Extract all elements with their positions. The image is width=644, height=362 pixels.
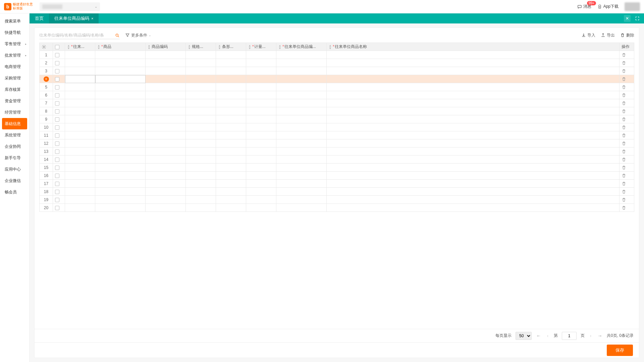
row-checkbox[interactable]: [53, 172, 65, 180]
cell[interactable]: [146, 107, 186, 115]
cell[interactable]: [146, 204, 186, 212]
cell[interactable]: [146, 115, 186, 123]
cell[interactable]: [95, 59, 146, 67]
row-delete[interactable]: [620, 196, 634, 204]
org-selector[interactable]: ⌄: [40, 2, 100, 11]
cell[interactable]: [146, 75, 186, 83]
row-delete[interactable]: [620, 204, 634, 212]
cell[interactable]: [276, 59, 327, 67]
cell[interactable]: [246, 91, 276, 99]
cell[interactable]: [327, 91, 620, 99]
sidebar-item-15[interactable]: 畅会员: [0, 186, 29, 198]
cell[interactable]: [327, 51, 620, 59]
column-settings[interactable]: [40, 43, 53, 51]
cell[interactable]: [186, 164, 216, 172]
cell[interactable]: [246, 107, 276, 115]
cell[interactable]: [65, 188, 95, 196]
cell[interactable]: [186, 51, 216, 59]
sidebar-item-1[interactable]: 快捷导航: [0, 27, 29, 38]
sidebar-item-14[interactable]: 企业微信: [0, 175, 29, 186]
cell[interactable]: [327, 107, 620, 115]
cell[interactable]: [65, 172, 95, 180]
save-button[interactable]: 保存: [607, 345, 633, 356]
cell[interactable]: [146, 164, 186, 172]
fullscreen-button[interactable]: [634, 15, 641, 22]
cell[interactable]: [65, 91, 95, 99]
cell[interactable]: [186, 188, 216, 196]
cell[interactable]: [65, 156, 95, 164]
table-row[interactable]: 15: [40, 164, 634, 172]
close-all-tabs-button[interactable]: ✕: [624, 15, 631, 22]
cell[interactable]: [327, 139, 620, 147]
cell[interactable]: [146, 139, 186, 147]
cell[interactable]: [65, 107, 95, 115]
table-row[interactable]: 2: [40, 59, 634, 67]
row-delete[interactable]: [620, 75, 634, 83]
cell[interactable]: [186, 147, 216, 156]
cell[interactable]: [216, 123, 246, 131]
cell[interactable]: [186, 204, 216, 212]
cell[interactable]: [327, 75, 620, 83]
cell[interactable]: [276, 164, 327, 172]
cell[interactable]: [65, 164, 95, 172]
cell[interactable]: [246, 75, 276, 83]
cell[interactable]: [95, 131, 146, 139]
cell[interactable]: [65, 123, 95, 131]
cell[interactable]: [65, 99, 95, 107]
next-page-button[interactable]: ›: [589, 334, 593, 338]
cell[interactable]: [327, 59, 620, 67]
sidebar-item-7[interactable]: 资金管理: [0, 95, 29, 107]
cell[interactable]: [65, 83, 95, 91]
cell[interactable]: [246, 123, 276, 131]
cell[interactable]: [327, 147, 620, 156]
cell[interactable]: [276, 51, 327, 59]
cell[interactable]: [95, 139, 146, 147]
cell[interactable]: [327, 196, 620, 204]
cell[interactable]: [276, 180, 327, 188]
sidebar-item-0[interactable]: 搜索菜单: [0, 15, 29, 27]
cell[interactable]: [276, 123, 327, 131]
row-checkbox[interactable]: [53, 91, 65, 99]
cell[interactable]: [216, 83, 246, 91]
column-header-0[interactable]: ▲▼*往来...: [65, 43, 95, 51]
cell[interactable]: [216, 172, 246, 180]
cell[interactable]: [246, 196, 276, 204]
cell[interactable]: [65, 204, 95, 212]
row-checkbox[interactable]: [53, 147, 65, 156]
cell[interactable]: [276, 156, 327, 164]
cell[interactable]: [95, 67, 146, 75]
cell[interactable]: [95, 107, 146, 115]
row-delete[interactable]: [620, 156, 634, 164]
cell[interactable]: [246, 51, 276, 59]
table-row[interactable]: 19: [40, 196, 634, 204]
row-checkbox[interactable]: [53, 83, 65, 91]
row-checkbox[interactable]: [53, 180, 65, 188]
table-row[interactable]: 7: [40, 99, 634, 107]
cell[interactable]: [246, 99, 276, 107]
table-row[interactable]: 11: [40, 131, 634, 139]
cell[interactable]: [246, 83, 276, 91]
cell[interactable]: [276, 67, 327, 75]
cell[interactable]: [186, 180, 216, 188]
cell[interactable]: [95, 180, 146, 188]
table-row[interactable]: 8: [40, 107, 634, 115]
cell[interactable]: [216, 139, 246, 147]
cell[interactable]: [146, 156, 186, 164]
table-row[interactable]: 20: [40, 204, 634, 212]
cell[interactable]: [246, 59, 276, 67]
row-checkbox[interactable]: [53, 204, 65, 212]
messages-button[interactable]: 消息 99+: [577, 4, 591, 9]
cell[interactable]: [95, 196, 146, 204]
cell[interactable]: [146, 172, 186, 180]
cell[interactable]: [65, 180, 95, 188]
cell[interactable]: [186, 123, 216, 131]
cell[interactable]: [216, 75, 246, 83]
row-delete[interactable]: [620, 188, 634, 196]
per-page-select[interactable]: 50: [516, 332, 532, 340]
cell[interactable]: [65, 115, 95, 123]
cell[interactable]: [95, 51, 146, 59]
cell[interactable]: [276, 196, 327, 204]
tab-0[interactable]: 首页: [30, 13, 49, 23]
row-checkbox[interactable]: [53, 59, 65, 67]
column-header-6[interactable]: ▲▼*往来单位商品编...: [276, 43, 327, 51]
